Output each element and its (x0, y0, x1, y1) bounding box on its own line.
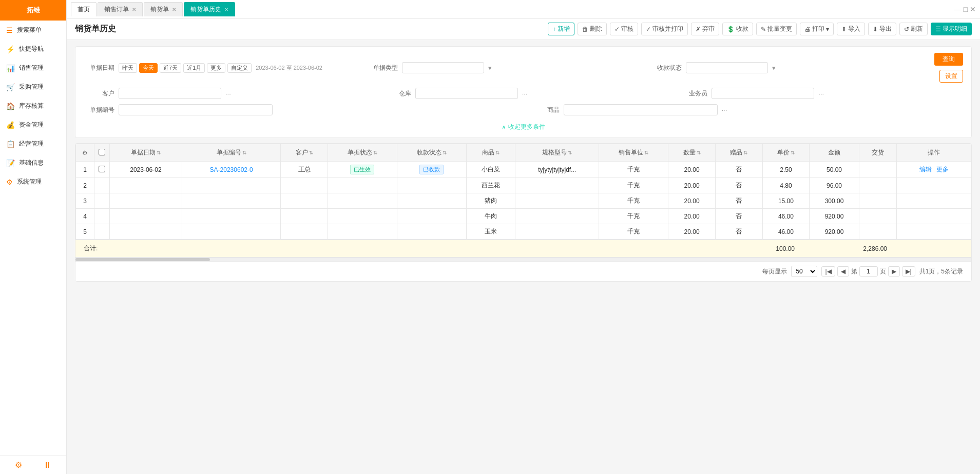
sidebar-item-finance-mgmt[interactable]: 💰 资金管理 (0, 115, 66, 134)
td-doc-no: SA-20230602-0 (182, 162, 280, 178)
select-all-checkbox[interactable] (99, 149, 105, 155)
td-checkbox[interactable] (94, 178, 110, 193)
more-action-link[interactable]: 更多 (936, 166, 949, 173)
new-button[interactable]: + 新增 (548, 23, 574, 35)
sidebar-item-operations-mgmt[interactable]: 📋 经营管理 (0, 134, 66, 153)
customer-dots-icon[interactable]: ··· (225, 90, 231, 97)
th-gift[interactable]: 赠品 ⇅ (715, 144, 762, 162)
print-button[interactable]: 🖨 打印 ▾ (800, 23, 834, 35)
show-detail-button[interactable]: ☰ 显示明细 (931, 23, 972, 35)
window-minimize-btn[interactable]: — (954, 5, 962, 13)
scrollbar-thumb[interactable] (75, 258, 210, 261)
sidebar-collapse-icon[interactable]: ⏸ (43, 461, 51, 470)
tab-sales-history[interactable]: 销货单历史 ✕ (184, 2, 235, 16)
collect-status-input[interactable] (686, 62, 768, 73)
customer-input[interactable] (119, 88, 221, 99)
collect-button[interactable]: 💲 收款 (722, 23, 753, 35)
export-button[interactable]: ⬇ 导出 (868, 23, 896, 35)
th-unit[interactable]: 销售单位 ⇅ (599, 144, 668, 162)
tab-sales-history-close[interactable]: ✕ (224, 7, 228, 12)
doc-no-link[interactable]: SA-20230602-0 (210, 166, 253, 173)
horizontal-scrollbar[interactable] (75, 257, 971, 261)
per-page-select[interactable]: 50 100 200 (791, 266, 817, 277)
audit-print-button[interactable]: ✓ 审核并打印 (641, 23, 688, 35)
warehouse-input[interactable] (415, 88, 518, 99)
th-doc-no[interactable]: 单据编号 ⇅ (182, 144, 280, 162)
td-checkbox[interactable] (94, 162, 110, 178)
tab-sales-invoice[interactable]: 销货单 ✕ (144, 2, 183, 16)
sidebar-item-sales-mgmt[interactable]: 📊 销售管理 (0, 58, 66, 77)
doc-type-input[interactable] (402, 62, 484, 73)
prev-page-btn[interactable]: ◀ (837, 266, 849, 276)
setting-button[interactable]: 设置 (939, 70, 963, 83)
th-doc-date[interactable]: 单据日期 ⇅ (110, 144, 182, 162)
td-customer (281, 224, 328, 240)
gear-icon: ⚙ (82, 149, 88, 156)
row-checkbox[interactable] (99, 166, 105, 172)
date-btn-custom[interactable]: 自定义 (227, 63, 252, 73)
quick-nav-icon: ⚡ (6, 45, 15, 53)
batch-change-button[interactable]: ✎ 批量变更 (756, 23, 797, 35)
agent-dots-icon[interactable]: ··· (818, 90, 824, 97)
product-dots-icon[interactable]: ··· (722, 106, 727, 114)
warehouse-label: 仓库 (380, 89, 411, 98)
tab-sales-order[interactable]: 销售订单 ✕ (98, 2, 143, 16)
th-doc-status[interactable]: 单据状态 ⇅ (328, 144, 397, 162)
th-qty[interactable]: 数量 ⇅ (668, 144, 716, 162)
th-product[interactable]: 商品 ⇅ (466, 144, 515, 162)
sidebar-settings-icon[interactable]: ⚙ (15, 460, 22, 470)
collapse-more-btn[interactable]: ∧ 收起更多条件 (84, 121, 963, 131)
doc-date-sort-icon: ⇅ (157, 150, 161, 155)
date-btn-1month[interactable]: 近1月 (183, 63, 205, 73)
sidebar-item-basic-info[interactable]: 📝 基础信息 (0, 153, 66, 172)
doc-no-input[interactable] (119, 104, 273, 115)
audit-button[interactable]: ✓ 审核 (610, 23, 638, 35)
window-close-btn[interactable]: ✕ (970, 5, 976, 13)
th-checkbox[interactable] (94, 144, 110, 162)
refresh-button[interactable]: ↺ 刷新 (899, 23, 928, 35)
window-maximize-btn[interactable]: □ (964, 5, 968, 13)
td-checkbox[interactable] (94, 224, 110, 240)
th-price[interactable]: 单价 ⇅ (762, 144, 810, 162)
sidebar-item-system-mgmt[interactable]: ⚙ 系统管理 (0, 172, 66, 191)
page-number-input[interactable] (859, 266, 878, 276)
td-doc-status: 已生效 (328, 162, 397, 178)
agent-input[interactable] (712, 88, 814, 99)
date-btn-7days[interactable]: 近7天 (160, 63, 181, 73)
th-customer[interactable]: 客户 ⇅ (281, 144, 328, 162)
delete-button[interactable]: 🗑 删除 (578, 23, 607, 35)
sidebar-item-inventory[interactable]: 🏠 库存核算 (0, 96, 66, 115)
tab-home[interactable]: 首页 (71, 2, 97, 16)
warehouse-dots-icon[interactable]: ··· (522, 90, 528, 97)
td-trade (859, 209, 897, 224)
tab-sales-invoice-close[interactable]: ✕ (172, 7, 176, 12)
th-spec[interactable]: 规格型号 ⇅ (515, 144, 599, 162)
th-gear[interactable]: ⚙ (76, 144, 94, 162)
system-mgmt-icon: ⚙ (6, 178, 13, 186)
date-btn-more[interactable]: 更多 (207, 63, 225, 73)
sidebar-logo: 拓维 (0, 0, 66, 21)
td-checkbox[interactable] (94, 209, 110, 224)
last-page-btn[interactable]: ▶| (902, 266, 915, 276)
next-page-btn[interactable]: ▶ (888, 266, 900, 276)
th-collect-status[interactable]: 收款状态 ⇅ (397, 144, 466, 162)
td-checkbox[interactable] (94, 193, 110, 209)
product-sort-icon: ⇅ (495, 150, 499, 155)
query-button[interactable]: 查询 (934, 53, 963, 66)
edit-action-link[interactable]: 编辑 (919, 166, 932, 173)
sidebar-item-search-menu[interactable]: ☰ 搜索菜单 (0, 21, 66, 40)
date-btn-today[interactable]: 今天 (139, 63, 158, 73)
collect-status-dropdown-icon[interactable]: ▾ (772, 64, 776, 72)
tab-sales-order-close[interactable]: ✕ (132, 7, 136, 12)
import-button[interactable]: ⬆ 导入 (837, 23, 865, 35)
sidebar-item-quick-nav[interactable]: ⚡ 快捷导航 (0, 40, 66, 58)
doc-type-dropdown-icon[interactable]: ▾ (488, 64, 492, 72)
product-input[interactable] (564, 104, 718, 115)
abandon-button[interactable]: ✗ 弃审 (691, 23, 719, 35)
first-page-btn[interactable]: |◀ (821, 266, 835, 276)
td-doc-status (328, 178, 397, 193)
td-customer (281, 193, 328, 209)
sidebar-item-purchase-mgmt[interactable]: 🛒 采购管理 (0, 77, 66, 96)
collect-status-label: 收款状态 (651, 64, 682, 72)
date-btn-yesterday[interactable]: 昨天 (119, 63, 137, 73)
